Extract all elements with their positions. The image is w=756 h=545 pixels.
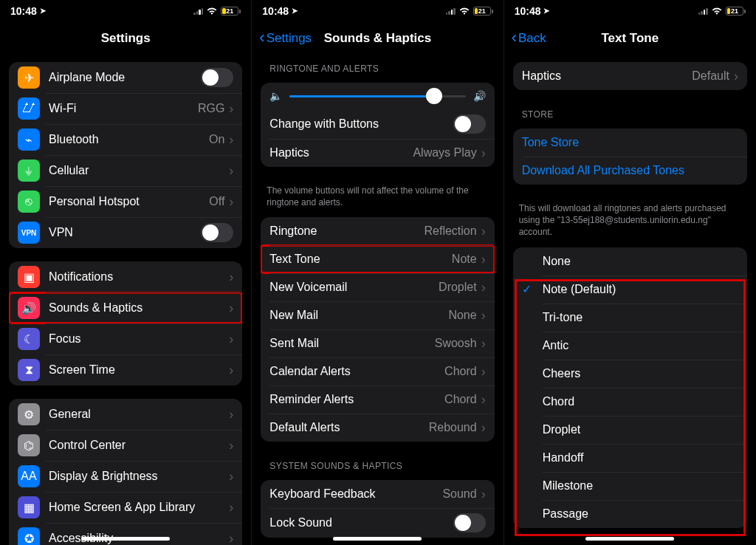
settings-row-control-center[interactable]: ⌬Control Center› (9, 430, 242, 461)
settings-row-general[interactable]: ⚙︎General› (9, 399, 242, 430)
airplane-icon: ✈︎ (18, 66, 40, 89)
section-header-store: STORE (504, 103, 756, 124)
sys-row-keyboard-feedback[interactable]: Keyboard FeedbackSound› (261, 480, 494, 508)
tone-label: Droplet (543, 423, 581, 436)
cc-icon: ⌬ (18, 434, 40, 456)
screen-icon: ⧗ (18, 359, 40, 381)
change-with-buttons-toggle[interactable] (453, 114, 486, 134)
row-label: VPN (49, 226, 201, 239)
tone-row-none[interactable]: None (513, 247, 747, 275)
row-detail: Swoosh (435, 337, 477, 350)
tone-row-milestone[interactable]: Milestone (513, 472, 747, 500)
settings-row-accessibility[interactable]: ✪Accessibility› (9, 523, 242, 545)
settings-row-bluetooth[interactable]: ⌁BluetoothOn› (9, 124, 242, 155)
tone-label: Passage (543, 507, 588, 521)
sound-row-new-mail[interactable]: New MailNone› (261, 301, 494, 329)
home-indicator[interactable] (585, 537, 674, 541)
chevron-right-icon: › (481, 280, 486, 295)
tone-label: Note (Default) (543, 283, 616, 296)
row-label: Wi-Fi (49, 102, 198, 115)
chevron-right-icon: › (229, 132, 233, 148)
status-bar: 10:48➤ 21 (252, 0, 503, 22)
sound-row-ringtone[interactable]: RingtoneReflection› (261, 217, 494, 245)
toggle[interactable] (201, 223, 233, 242)
home-indicator[interactable] (333, 537, 422, 541)
store-row-tone-store[interactable]: Tone Store (513, 128, 747, 157)
settings-row-home-screen-app-library[interactable]: ▦Home Screen & App Library› (9, 492, 242, 523)
sound-row-new-voicemail[interactable]: New VoicemailDroplet› (261, 273, 494, 301)
tone-row-tri-tone[interactable]: Tri-tone (513, 304, 747, 332)
row-label: Airplane Mode (49, 71, 201, 84)
store-row-download-all-purchased-tones[interactable]: Download All Purchased Tones (513, 157, 747, 185)
back-button[interactable]: ‹Settings (259, 30, 312, 47)
chevron-right-icon: › (481, 336, 486, 352)
row-label: Cellular (49, 164, 229, 177)
vpn-icon: VPN (18, 222, 40, 244)
focus-icon: ☾ (18, 328, 40, 350)
location-icon: ➤ (292, 7, 298, 15)
row-label: Default Alerts (269, 421, 428, 434)
chevron-right-icon: › (481, 487, 486, 502)
sys-row-lock-sound[interactable]: Lock Sound (261, 508, 494, 538)
settings-row-personal-hotspot[interactable]: ⎋Personal HotspotOff› (9, 186, 242, 217)
tone-row-passage[interactable]: Passage (513, 500, 747, 528)
row-detail: Off (209, 195, 224, 208)
settings-row-focus[interactable]: ☾Focus› (9, 323, 242, 354)
settings-row-sounds-haptics[interactable]: 🔊Sounds & Haptics› (9, 292, 242, 323)
store-link: Download All Purchased Tones (522, 164, 738, 177)
row-label: Text Tone (269, 253, 452, 266)
chevron-right-icon: › (229, 438, 233, 453)
sound-row-text-tone[interactable]: Text ToneNote› (261, 245, 494, 273)
page-title: Settings (101, 31, 151, 46)
sound-row-calendar-alerts[interactable]: Calendar AlertsChord› (261, 357, 494, 385)
screen-text-tone: 10:48➤ 21 ‹Back Text Tone Haptics Defaul… (504, 0, 756, 545)
location-icon: ➤ (543, 7, 549, 15)
back-button[interactable]: ‹Back (512, 30, 546, 47)
row-label: Bluetooth (49, 133, 209, 146)
notif-icon: ▣ (18, 266, 40, 288)
ringer-volume-slider[interactable]: 🔈 🔊 (261, 83, 494, 109)
tone-label: Antic (543, 339, 569, 352)
settings-row-cellular[interactable]: ⏚Cellular› (9, 155, 242, 186)
row-label: Keyboard Feedback (269, 487, 442, 501)
sound-row-default-alerts[interactable]: Default AlertsRebound› (261, 414, 494, 442)
tone-row-cheers[interactable]: Cheers (513, 360, 747, 388)
haptics-row[interactable]: Haptics Default › (513, 62, 747, 90)
row-label: Calendar Alerts (269, 365, 444, 378)
settings-row-vpn[interactable]: VPNVPN (9, 217, 242, 248)
tone-row-antic[interactable]: Antic (513, 332, 747, 360)
tone-row-chord[interactable]: Chord (513, 388, 747, 416)
sound-row-sent-mail[interactable]: Sent MailSwoosh› (261, 329, 494, 357)
acc-icon: ✪ (18, 527, 40, 545)
row-label: Ringtone (269, 224, 424, 238)
tone-row-handoff[interactable]: Handoff (513, 444, 747, 472)
sound-row-reminder-alerts[interactable]: Reminder AlertsChord› (261, 385, 494, 414)
cell-signal-icon (698, 7, 708, 15)
row-label: General (49, 408, 229, 421)
row-label: Sent Mail (269, 337, 434, 350)
battery-icon: 21 (221, 7, 241, 16)
row-label: Notifications (49, 270, 229, 284)
toggle[interactable] (453, 513, 486, 532)
row-detail: Rebound (429, 421, 477, 434)
chevron-right-icon: › (229, 363, 233, 378)
general-icon: ⚙︎ (18, 403, 40, 425)
chevron-right-icon: › (229, 301, 233, 316)
settings-row-notifications[interactable]: ▣Notifications› (9, 261, 242, 292)
tone-row-note-default-[interactable]: ✓Note (Default) (513, 275, 747, 304)
nav-bar: Settings (0, 22, 251, 55)
haptics-row[interactable]: Haptics Always Play › (261, 139, 494, 167)
settings-row-airplane-mode[interactable]: ✈︎Airplane Mode (9, 62, 242, 93)
home-indicator[interactable] (81, 537, 170, 541)
row-label: Reminder Alerts (269, 393, 444, 406)
tone-row-droplet[interactable]: Droplet (513, 416, 747, 444)
row-label: Sounds & Haptics (49, 301, 229, 315)
settings-row-display-brightness[interactable]: AADisplay & Brightness› (9, 461, 242, 492)
location-icon: ➤ (40, 7, 46, 15)
settings-row-wi-fi[interactable]: ⌰Wi-FiRGG› (9, 93, 242, 124)
toggle[interactable] (201, 68, 233, 87)
cell-icon: ⏚ (18, 160, 40, 182)
settings-row-screen-time[interactable]: ⧗Screen Time› (9, 354, 242, 385)
change-with-buttons-row[interactable]: Change with Buttons (261, 109, 494, 139)
tone-label: None (543, 255, 571, 268)
